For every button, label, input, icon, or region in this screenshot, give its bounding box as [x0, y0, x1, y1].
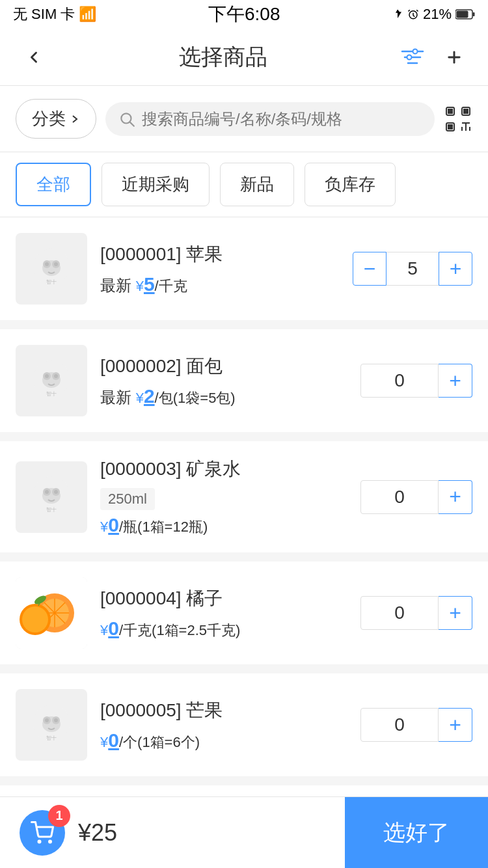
quantity-control: − 5 + — [353, 252, 472, 286]
scan-icon — [445, 106, 471, 132]
quantity-control: 0 + — [360, 480, 472, 514]
product-item: 智十 [0000005] 芒果 ¥0/个(1箱=6个) 0 + — [0, 673, 488, 776]
tab-negative[interactable]: 负库存 — [305, 163, 396, 206]
product-image: 智十 — [16, 461, 87, 533]
svg-rect-18 — [448, 125, 452, 129]
alarm-icon — [407, 8, 419, 20]
status-battery: 21% — [392, 6, 475, 23]
product-name: [0000001] 苹果 — [100, 242, 340, 267]
svg-rect-16 — [448, 109, 452, 113]
filter-icon-btn[interactable] — [398, 43, 427, 72]
cart-button[interactable]: 1 — [20, 810, 65, 856]
scan-button[interactable] — [444, 105, 472, 133]
product-name: [0000003] 矿泉水 — [100, 457, 347, 481]
product-image: 智十 — [16, 689, 87, 761]
tab-new[interactable]: 新品 — [220, 163, 294, 206]
product-info: [0000001] 苹果 最新 ¥5/千克 — [100, 242, 340, 296]
bottom-bar: 1 ¥25 选好了 — [0, 796, 488, 868]
svg-point-76 — [49, 841, 51, 843]
quantity-increase-button[interactable]: + — [439, 480, 472, 514]
product-item: 智十 [0000002] 面包 最新 ¥2/包(1袋=5包) 0 + — [0, 329, 488, 432]
svg-point-34 — [45, 374, 49, 378]
product-info: [0000002] 面包 最新 ¥2/包(1袋=5包) — [100, 354, 347, 408]
filter-icon — [401, 47, 424, 67]
product-name: [0000005] 芒果 — [100, 698, 347, 723]
svg-point-8 — [407, 55, 412, 59]
product-image: 智十 — [16, 233, 87, 305]
quantity-increase-button[interactable]: + — [439, 596, 472, 630]
product-info: [0000003] 矿泉水 250ml ¥0/瓶(1箱=12瓶) — [100, 457, 347, 537]
product-price: ¥0/千克(1箱=2.5千克) — [100, 617, 347, 640]
quantity-display: 0 — [360, 596, 439, 630]
product-info: [0000004] 橘子 ¥0/千克(1箱=2.5千克) — [100, 586, 347, 640]
product-name: [0000004] 橘子 — [100, 586, 347, 611]
product-spec: 250ml — [100, 488, 155, 510]
owl-logo-icon: 智十 — [32, 359, 71, 398]
back-button[interactable] — [20, 43, 48, 72]
category-label: 分类 — [32, 107, 66, 130]
product-price: ¥0/个(1箱=6个) — [100, 729, 347, 752]
quantity-display: 0 — [360, 364, 439, 398]
product-price: ¥0/瓶(1箱=12瓶) — [100, 514, 347, 537]
svg-rect-3 — [457, 11, 468, 18]
quantity-increase-button[interactable]: + — [439, 364, 472, 398]
confirm-button[interactable]: 选好了 — [345, 797, 488, 869]
owl-logo-icon: 智十 — [32, 247, 71, 286]
oranges-illustration — [16, 577, 87, 649]
product-list: 智十 [0000001] 苹果 最新 ¥5/千克 − 5 + — [0, 217, 488, 868]
quantity-control: 0 + — [360, 708, 472, 742]
product-name: [0000002] 面包 — [100, 354, 347, 379]
filter-bar: 分类 — [0, 86, 488, 152]
product-item: 智十 [0000001] 苹果 最新 ¥5/千克 − 5 + — [0, 217, 488, 320]
quantity-display: 0 — [360, 708, 439, 742]
svg-point-59 — [45, 718, 49, 722]
quantity-decrease-button[interactable]: − — [353, 252, 386, 286]
tab-recent[interactable]: 近期采购 — [102, 163, 210, 206]
location-icon — [392, 8, 403, 20]
svg-point-60 — [54, 718, 58, 722]
owl-logo-icon: 智十 — [32, 703, 71, 742]
svg-point-41 — [45, 490, 49, 494]
svg-point-27 — [45, 262, 49, 266]
product-image: 智十 — [16, 345, 87, 416]
add-button[interactable] — [440, 43, 468, 72]
battery-percent: 21% — [423, 6, 452, 23]
svg-point-7 — [413, 49, 418, 53]
quantity-control: 0 + — [360, 364, 472, 398]
tab-all[interactable]: 全部 — [16, 163, 91, 206]
nav-bar: 选择商品 — [0, 29, 488, 86]
svg-text:智十: 智十 — [46, 507, 57, 513]
cart-badge: 1 — [48, 805, 70, 827]
quantity-increase-button[interactable]: + — [439, 252, 472, 286]
cart-section: 1 ¥25 — [0, 810, 345, 856]
svg-point-75 — [38, 841, 40, 843]
search-input[interactable] — [142, 110, 422, 128]
search-bar[interactable] — [105, 102, 435, 136]
quantity-increase-button[interactable]: + — [439, 708, 472, 742]
status-bar: 无 SIM 卡 📶 下午6:08 21% — [0, 0, 488, 29]
svg-text:智十: 智十 — [46, 391, 57, 397]
battery-icon — [455, 9, 475, 20]
quantity-display: 5 — [386, 252, 439, 286]
svg-point-28 — [54, 262, 58, 266]
quantity-display: 0 — [360, 480, 439, 514]
product-price: 最新 ¥5/千克 — [100, 273, 340, 296]
category-button[interactable]: 分类 — [16, 99, 96, 139]
status-carrier: 无 SIM 卡 📶 — [13, 5, 96, 24]
chevron-right-icon — [70, 114, 80, 124]
svg-text:智十: 智十 — [46, 735, 57, 741]
page-title: 选择商品 — [179, 42, 267, 72]
owl-logo-icon: 智十 — [32, 475, 71, 514]
product-item: 智十 [0000003] 矿泉水 250ml ¥0/瓶(1箱=12瓶) 0 + — [0, 441, 488, 552]
svg-rect-17 — [464, 109, 468, 113]
svg-rect-2 — [473, 12, 475, 16]
svg-text:智十: 智十 — [46, 279, 57, 285]
svg-line-12 — [130, 122, 134, 126]
product-info: [0000005] 芒果 ¥0/个(1箱=6个) — [100, 698, 347, 752]
svg-point-52 — [22, 606, 48, 632]
product-item: [0000004] 橘子 ¥0/千克(1箱=2.5千克) 0 + — [0, 562, 488, 664]
status-time: 下午6:08 — [208, 2, 280, 27]
product-image-oranges — [16, 577, 87, 649]
svg-point-42 — [54, 490, 58, 494]
cart-total: ¥25 — [78, 819, 117, 847]
